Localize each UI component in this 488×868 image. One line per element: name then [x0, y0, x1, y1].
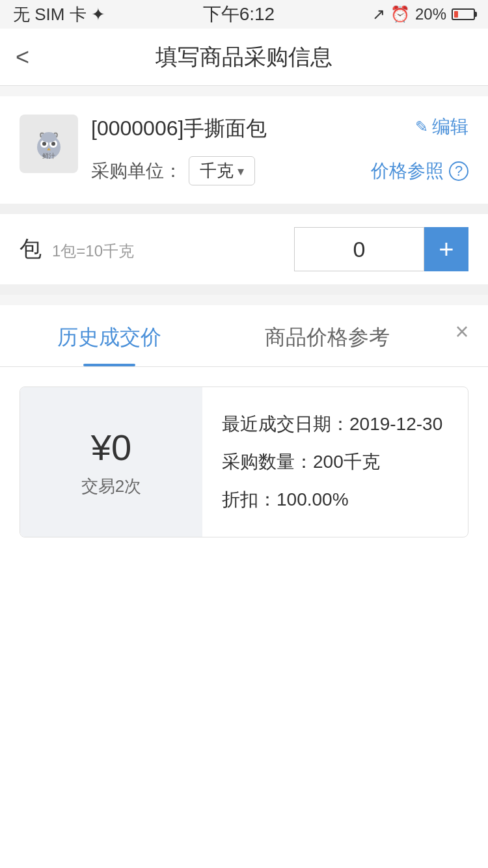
purchase-qty-row: 采购数量：200千克 — [222, 448, 448, 476]
quantity-plus-button[interactable]: + — [424, 227, 468, 271]
tabs-section: 历史成交价 商品价格参考 × ¥0 交易2次 最近成交日期：2019-12-30… — [0, 305, 488, 557]
price-ref-label: 价格参照 — [371, 159, 444, 183]
quantity-unit-label: 包 — [20, 234, 42, 264]
svg-point-4 — [51, 142, 55, 146]
nav-bar: < 填写商品采购信息 — [0, 29, 488, 86]
discount-row: 折扣：100.00% — [222, 486, 448, 513]
purchase-qty-label: 采购数量： — [222, 452, 313, 472]
divider-2 — [0, 284, 488, 295]
edit-icon: ✎ — [415, 118, 428, 136]
dropdown-arrow-icon: ▾ — [237, 163, 244, 179]
amount-value: 0 — [111, 427, 131, 468]
price-trades: 交易2次 — [81, 475, 141, 498]
product-details: [0000006]手撕面包 ✎ 编辑 采购单位： 千克 ▾ 价格参照 ? — [91, 115, 468, 185]
product-thumbnail: 鲜汁 — [20, 115, 78, 173]
tab-product-price-ref[interactable]: 商品价格参考 — [218, 305, 436, 366]
tab-close-button[interactable]: × — [436, 318, 488, 353]
product-name: [0000006]手撕面包 — [91, 115, 267, 143]
discount-label: 折扣： — [222, 489, 277, 509]
price-card-right: 最近成交日期：2019-12-30 采购数量：200千克 折扣：100.00% — [202, 387, 468, 537]
status-right: ↗ ⏰ 20% — [372, 5, 475, 23]
price-ref-button[interactable]: 价格参照 ? — [371, 159, 468, 183]
price-card: ¥0 交易2次 最近成交日期：2019-12-30 采购数量：200千克 折扣：… — [20, 387, 468, 537]
quantity-note: 1包=10千克 — [52, 241, 134, 262]
unit-label: 采购单位： 千克 ▾ — [91, 156, 255, 185]
price-ref-help-icon: ? — [449, 161, 468, 181]
price-card-container: ¥0 交易2次 最近成交日期：2019-12-30 采购数量：200千克 折扣：… — [0, 367, 488, 557]
bottom-space — [0, 557, 488, 868]
purchase-qty-value: 200千克 — [313, 452, 380, 472]
status-time: 下午6:12 — [203, 2, 275, 27]
unit-dropdown[interactable]: 千克 ▾ — [189, 156, 255, 185]
quantity-right: + — [294, 227, 468, 271]
divider-1 — [0, 204, 488, 214]
price-amount: ¥0 — [91, 426, 131, 468]
price-card-left: ¥0 交易2次 — [20, 387, 202, 537]
tabs-header: 历史成交价 商品价格参考 × — [0, 305, 488, 367]
edit-label: 编辑 — [432, 115, 468, 139]
back-button[interactable]: < — [16, 44, 29, 71]
quantity-left: 包 1包=10千克 — [20, 234, 134, 264]
svg-text:鲜汁: 鲜汁 — [42, 152, 55, 159]
recent-date-row: 最近成交日期：2019-12-30 — [222, 411, 448, 438]
battery-icon — [452, 8, 475, 20]
discount-value: 100.00% — [277, 489, 349, 509]
recent-date-value: 2019-12-30 — [349, 414, 442, 434]
product-section: 鲜汁 [0000006]手撕面包 ✎ 编辑 采购单位： 千克 ▾ 价格参照 ? — [0, 96, 488, 204]
currency-symbol: ¥ — [91, 427, 111, 468]
quantity-input[interactable] — [294, 227, 424, 271]
status-left: 无 SIM 卡 ✦ — [13, 3, 105, 26]
product-top-row: [0000006]手撕面包 ✎ 编辑 — [91, 115, 468, 143]
tab-history-price[interactable]: 历史成交价 — [0, 305, 218, 366]
product-unit-row: 采购单位： 千克 ▾ 价格参照 ? — [91, 156, 468, 185]
battery-percent: 20% — [415, 5, 446, 23]
unit-value: 千克 — [200, 159, 234, 182]
recent-date-label: 最近成交日期： — [222, 414, 349, 434]
alarm-icon: ⏰ — [390, 5, 410, 23]
status-bar: 无 SIM 卡 ✦ 下午6:12 ↗ ⏰ 20% — [0, 0, 488, 29]
sim-wifi-label: 无 SIM 卡 ✦ — [13, 3, 105, 26]
location-icon: ↗ — [372, 5, 385, 23]
quantity-section: 包 1包=10千克 + — [0, 214, 488, 284]
svg-point-3 — [42, 142, 46, 146]
edit-button[interactable]: ✎ 编辑 — [415, 115, 468, 139]
page-title: 填写商品采购信息 — [156, 42, 332, 72]
